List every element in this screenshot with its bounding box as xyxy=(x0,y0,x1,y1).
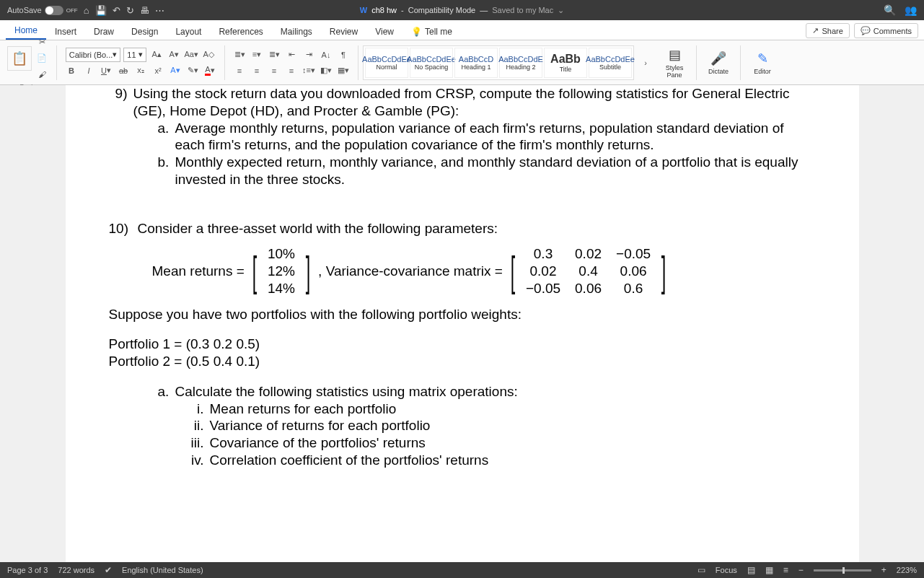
editor-icon: ✎ xyxy=(757,51,768,66)
tab-view[interactable]: View xyxy=(366,22,402,40)
show-marks-icon[interactable]: ¶ xyxy=(336,48,351,62)
multilevel-icon[interactable]: ≣▾ xyxy=(267,48,281,62)
paste-button[interactable]: 📋 xyxy=(7,46,32,71)
autosave-toggle[interactable]: AutoSave OFF xyxy=(7,6,78,15)
share-icon: ↗ xyxy=(812,26,819,35)
format-painter-icon[interactable]: 🖌 xyxy=(35,67,49,82)
style-heading-1[interactable]: AaBbCcDHeading 1 xyxy=(454,48,498,78)
shrink-font-icon[interactable]: A▾ xyxy=(167,48,181,62)
font-name-combo[interactable]: Calibri (Bo...▾ xyxy=(66,48,121,62)
numbering-icon[interactable]: ≡▾ xyxy=(250,48,264,62)
tab-draw[interactable]: Draw xyxy=(85,22,123,40)
language-indicator[interactable]: English (United States) xyxy=(122,566,203,574)
styles-pane-button[interactable]: ▤Styles Pane xyxy=(657,47,692,79)
rom-i: i. xyxy=(188,400,210,418)
font-size-combo[interactable]: 11▾ xyxy=(123,48,146,62)
zoom-out-icon[interactable]: − xyxy=(798,565,804,575)
editor-button[interactable]: ✎Editor xyxy=(745,51,780,75)
tab-mailings[interactable]: Mailings xyxy=(272,22,321,40)
cut-icon[interactable]: ✂ xyxy=(35,35,49,50)
sort-icon[interactable]: A↓ xyxy=(319,48,333,62)
clear-format-icon[interactable]: A◇ xyxy=(201,48,216,62)
print-layout-icon[interactable]: ▦ xyxy=(765,565,773,575)
bold-icon[interactable]: B xyxy=(64,64,79,78)
paragraph-group: ≣▾ ≡▾ ≣▾ ⇤ ⇥ A↓ ¶ ≡ ≡ ≡ ≡ ↕≡▾ ◧▾ ▦▾ xyxy=(229,46,353,79)
ribbon-tabs: Home Insert Draw Design Layout Reference… xyxy=(0,20,924,40)
tab-review[interactable]: Review xyxy=(321,22,366,40)
portfolio-2: Portfolio 2 = (0.5 0.4 0.1) xyxy=(109,353,816,370)
align-center-icon[interactable]: ≡ xyxy=(250,64,264,78)
styles-gallery[interactable]: AaBbCcDdEeNormal AaBbCcDdEeNo Spacing Aa… xyxy=(363,45,634,80)
chevron-down-icon[interactable]: ⌄ xyxy=(558,6,564,15)
search-icon[interactable]: 🔍 xyxy=(884,4,896,16)
tab-insert[interactable]: Insert xyxy=(46,22,85,40)
align-left-icon[interactable]: ≡ xyxy=(232,64,247,78)
text-effects-icon[interactable]: A▾ xyxy=(168,64,182,78)
superscript-icon[interactable]: x² xyxy=(151,64,165,78)
page-indicator[interactable]: Page 3 of 3 xyxy=(7,566,48,574)
web-layout-icon[interactable]: ≡ xyxy=(783,565,788,575)
dictate-button[interactable]: 🎤Dictate xyxy=(701,51,736,75)
shading-icon[interactable]: ◧▾ xyxy=(319,64,333,78)
grow-font-icon[interactable]: A▴ xyxy=(149,48,164,62)
style-no-spacing[interactable]: AaBbCcDdEeNo Spacing xyxy=(410,48,453,78)
mean-label: Mean returns = xyxy=(152,263,245,280)
q10-number: 10) xyxy=(109,220,138,237)
style-heading-2[interactable]: AaBbCcDdEHeading 2 xyxy=(499,48,542,78)
rom-iv: iv. xyxy=(188,452,210,469)
share-button[interactable]: ↗Share xyxy=(806,23,849,38)
undo-icon[interactable]: ↶ xyxy=(113,5,120,16)
bullets-icon[interactable]: ≣▾ xyxy=(232,48,247,62)
word-count[interactable]: 722 words xyxy=(58,566,94,574)
tab-references[interactable]: References xyxy=(210,22,271,40)
save-icon[interactable]: 💾 xyxy=(95,5,107,16)
strike-icon[interactable]: ab xyxy=(116,64,131,78)
page[interactable]: 9) Using the stock return data you downl… xyxy=(66,85,859,562)
subscript-icon[interactable]: x₂ xyxy=(133,64,148,78)
comments-button[interactable]: 💬Comments xyxy=(854,23,918,38)
share-top-icon[interactable]: 👥 xyxy=(905,4,917,16)
zoom-in-icon[interactable]: + xyxy=(881,565,886,575)
suppose-text: Suppose you have two portfolios with the… xyxy=(109,306,816,323)
q10a-text: Calculate the following statistics using… xyxy=(175,383,816,400)
style-subtitle[interactable]: AaBbCcDdEeSubtitle xyxy=(589,48,632,78)
justify-icon[interactable]: ≡ xyxy=(284,64,299,78)
align-right-icon[interactable]: ≡ xyxy=(267,64,281,78)
comment-icon: 💬 xyxy=(861,26,871,35)
redo-icon[interactable]: ↻ xyxy=(126,5,134,16)
focus-label[interactable]: Focus xyxy=(716,566,737,574)
qat-more-icon[interactable]: ⋯ xyxy=(155,5,164,16)
styles-more-icon[interactable]: › xyxy=(638,56,653,70)
font-color-icon[interactable]: A▾ xyxy=(203,64,217,78)
q10a-ii: Variance of returns for each portfolio xyxy=(210,417,431,434)
zoom-level[interactable]: 223% xyxy=(897,566,917,574)
font-group: Calibri (Bo...▾ 11▾ A▴ A▾ Aa▾ A◇ B I U▾ … xyxy=(61,46,220,79)
highlight-icon[interactable]: ✎▾ xyxy=(185,64,200,78)
zoom-slider[interactable] xyxy=(814,569,871,572)
print-icon[interactable]: 🖶 xyxy=(140,5,149,16)
borders-icon[interactable]: ▦▾ xyxy=(336,64,351,78)
copy-icon[interactable]: 📄 xyxy=(35,51,49,66)
portfolio-1: Portfolio 1 = (0.3 0.2 0.5) xyxy=(109,336,816,353)
read-mode-icon[interactable]: ▤ xyxy=(747,565,755,575)
tell-me[interactable]: 💡Tell me xyxy=(402,22,461,40)
style-normal[interactable]: AaBbCcDdEeNormal xyxy=(365,48,408,78)
status-bar: Page 3 of 3 722 words ✔ English (United … xyxy=(0,562,924,578)
document-area[interactable]: 9) Using the stock return data you downl… xyxy=(0,85,924,562)
style-title[interactable]: AaBbTitle xyxy=(544,48,587,78)
focus-icon[interactable]: ▭ xyxy=(698,565,705,575)
italic-icon[interactable]: I xyxy=(82,64,96,78)
underline-icon[interactable]: U▾ xyxy=(99,64,113,78)
tab-layout[interactable]: Layout xyxy=(167,22,210,40)
autosave-switch[interactable] xyxy=(45,6,63,15)
line-spacing-icon[interactable]: ↕≡▾ xyxy=(302,64,316,78)
inc-indent-icon[interactable]: ⇥ xyxy=(302,48,316,62)
q9-text: Using the stock return data you download… xyxy=(133,85,816,120)
vcv-matrix: [ 0.30.02−0.05 0.020.40.06 −0.050.060.6 … xyxy=(507,245,669,297)
dec-indent-icon[interactable]: ⇤ xyxy=(284,48,299,62)
home-icon[interactable]: ⌂ xyxy=(84,5,89,16)
q10a-letter: a. xyxy=(158,383,175,400)
tab-design[interactable]: Design xyxy=(123,22,167,40)
change-case-icon[interactable]: Aa▾ xyxy=(184,48,198,62)
spellcheck-icon[interactable]: ✔ xyxy=(105,565,112,575)
